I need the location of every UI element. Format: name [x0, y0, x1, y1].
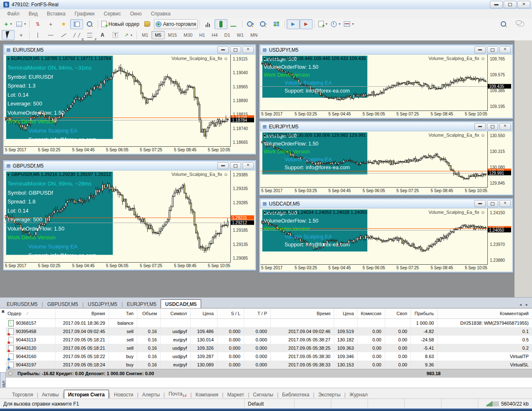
chart-tab-gbpusdf[interactable]: GBPUSDf,M5 — [43, 300, 82, 308]
terminal-tab-3[interactable]: История Счета — [64, 390, 109, 399]
column-header-type[interactable]: Тип — [108, 308, 137, 318]
chart-minimize-button[interactable]: ▬ — [474, 46, 486, 53]
templates-button[interactable]: ▾ — [342, 19, 356, 29]
terminal-button[interactable] — [70, 19, 83, 29]
indicators-button[interactable]: ▾ — [316, 19, 329, 29]
crosshair-button[interactable]: + — [15, 30, 28, 40]
timeframe-button-d1[interactable]: D1 — [221, 31, 234, 39]
bar-chart-button[interactable] — [202, 19, 214, 29]
tab-scroll-right-icon[interactable]: ▸ — [526, 302, 528, 307]
terminal-tab-12[interactable]: Журнал — [345, 390, 371, 399]
history-row-90395458[interactable]: 903954582017.09.04 09:02:45sell0.16usdjp… — [6, 327, 532, 336]
chart-restore-button[interactable] — [230, 162, 241, 169]
timeframe-button-h4[interactable]: H4 — [208, 31, 221, 39]
status-profile[interactable]: Default — [244, 399, 294, 409]
column-header-volume[interactable]: Объем — [137, 308, 160, 318]
hline-button[interactable] — [44, 30, 57, 40]
history-row-90443160[interactable]: 904431602017.09.05 05:18:22buy0.16usdjpy… — [6, 352, 532, 361]
data-window-button[interactable]: + — [44, 19, 57, 29]
chart-close-button[interactable]: ✕ — [499, 200, 511, 207]
restore-button[interactable] — [504, 1, 517, 8]
search-icon[interactable] — [497, 19, 510, 29]
timeframe-button-m30[interactable]: M30 — [180, 31, 196, 39]
terminal-tab-1[interactable]: Торговля — [8, 390, 37, 399]
history-row-90443197[interactable]: 904431972017.09.05 05:18:24buy0.16eurjpy… — [6, 361, 532, 369]
tab-scroll-left-icon[interactable]: ◂ — [519, 302, 522, 307]
minimize-button[interactable]: ▬ — [490, 1, 503, 8]
cursor-button[interactable] — [2, 30, 15, 40]
terminal-tab-11[interactable]: Эксперты — [314, 390, 344, 399]
chart-close-button[interactable]: ✕ — [499, 123, 511, 130]
terminal-tab-8[interactable]: Маркет — [223, 390, 248, 399]
column-header-sl[interactable]: S / L — [217, 308, 244, 318]
chart-title-bar[interactable]: ▦EURUSDf,M5▬✕ — [4, 45, 255, 55]
terminal-close-icon[interactable]: ✖ — [1, 310, 5, 314]
chart-tab-usdcadf[interactable]: USDCADf,M5 — [161, 299, 201, 308]
history-row-90368157[interactable]: 903681572017.09.01 18:36:29balance1 000.… — [6, 319, 532, 327]
metaeditor-button[interactable] — [141, 19, 154, 29]
terminal-tab-2[interactable]: Активы — [38, 390, 63, 399]
chart-title-bar[interactable]: ▦USDJPYf,M5▬✕ — [260, 45, 512, 55]
navigator-button[interactable]: ★ — [57, 19, 70, 29]
history-row-90443120[interactable]: 904431202017.09.05 05:18:21sell0.16usdjp… — [6, 344, 532, 352]
title-bar[interactable]: 5 479102: FortFS-Real ▬ ✕ — [0, 0, 532, 10]
chart-title-bar[interactable]: ▦USDCADf,M5▬✕ — [260, 199, 512, 208]
menu-item-5[interactable]: Сервис — [99, 10, 126, 18]
column-header-swap[interactable]: Своп — [385, 308, 411, 318]
menu-item-2[interactable]: Вид — [24, 10, 43, 18]
profiles-button[interactable]: ▾ — [15, 19, 28, 29]
tile-windows-button[interactable] — [270, 19, 283, 29]
column-header-profit[interactable]: Прибыль — [411, 308, 437, 318]
timeframe-button-h1[interactable]: H1 — [196, 31, 208, 39]
fibo-button[interactable]: F — [83, 30, 96, 40]
column-header-tp[interactable]: T / P — [244, 308, 270, 318]
strategy-tester-button[interactable] — [83, 19, 96, 29]
close-button[interactable]: ✕ — [517, 1, 530, 8]
menu-item-3[interactable]: Вставка — [42, 10, 70, 18]
column-header-order[interactable]: Ордер∕ — [6, 308, 55, 318]
terminal-tab-7[interactable]: Компания — [192, 390, 222, 399]
chart-shift-button[interactable]: ▶ — [300, 19, 313, 29]
terminal-tab-6[interactable]: Почта14 — [165, 389, 190, 399]
chart-close-button[interactable]: ✕ — [242, 162, 254, 169]
zoom-out-button[interactable]: − — [257, 19, 270, 29]
column-header-symbol[interactable]: Символ — [160, 308, 190, 318]
arrows-button[interactable]: ↗▾ — [122, 30, 135, 40]
timeframe-button-m1[interactable]: M1 — [139, 31, 151, 39]
terminal-tab-10[interactable]: Библиотека — [278, 390, 313, 399]
column-header-price2[interactable]: Цена — [334, 308, 357, 318]
chart-minimize-button[interactable]: ▬ — [217, 162, 229, 169]
menu-item-6[interactable]: Окно — [126, 10, 146, 18]
chart-canvas[interactable] — [260, 131, 487, 187]
market-watch-button[interactable]: ⇅ — [31, 19, 44, 29]
menu-item-4[interactable]: Графики — [70, 10, 99, 18]
chart-tab-eurjpyf[interactable]: EURJPYf,M5 — [123, 300, 161, 308]
column-header-price[interactable]: Цена — [190, 308, 217, 318]
chart-minimize-button[interactable]: ▬ — [474, 200, 486, 207]
timeframe-button-m15[interactable]: M15 — [165, 31, 180, 39]
chat-icon[interactable] — [514, 19, 527, 29]
chart-restore-button[interactable] — [230, 46, 241, 53]
text-button[interactable]: A — [96, 30, 109, 40]
menu-item-7[interactable]: Справка — [146, 10, 175, 18]
periods-button[interactable]: ▾ — [329, 19, 342, 29]
timeframe-button-mn[interactable]: MN — [247, 31, 261, 39]
chart-restore-button[interactable] — [487, 200, 498, 207]
chart-tab-eurusdf[interactable]: EURUSDf,M5 — [3, 300, 42, 308]
chart-canvas[interactable] — [4, 55, 230, 146]
candlestick-button[interactable] — [214, 19, 227, 29]
terminal-tab-9[interactable]: Сигналы — [249, 390, 277, 399]
chart-close-button[interactable]: ✕ — [499, 46, 511, 53]
label-button[interactable]: T — [109, 30, 122, 40]
timeframe-button-w1[interactable]: W1 — [234, 31, 247, 39]
chart-title-bar[interactable]: ▦EURJPYf,M5▬✕ — [260, 122, 512, 131]
chart-restore-button[interactable] — [487, 123, 498, 130]
column-header-comment[interactable]: Комментарий — [437, 308, 532, 318]
chart-restore-button[interactable] — [487, 46, 498, 53]
column-header-time2[interactable]: Время — [270, 308, 334, 318]
new-order-button[interactable]: Новый ордер — [100, 19, 141, 29]
autotrading-button[interactable]: Авто-торговля — [154, 19, 198, 29]
trendline-button[interactable] — [57, 30, 70, 40]
auto-scroll-button[interactable]: ▶ — [287, 19, 300, 29]
history-row-90443113[interactable]: 904431132017.09.05 05:18:21sell0.16eurjp… — [6, 336, 532, 344]
